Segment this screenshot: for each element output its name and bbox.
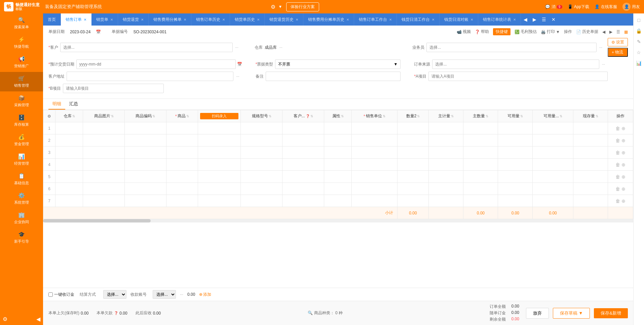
save-draft-btn[interactable]: 保存草稿 ▼ — [553, 308, 590, 319]
sidebar-item-purchase[interactable]: 📦 采购管理 — [0, 91, 43, 111]
cell-available-4[interactable] — [498, 159, 533, 171]
cell-qty2-6[interactable] — [397, 183, 429, 195]
sidebar-item-marketing[interactable]: 📢 营销推广 — [0, 52, 43, 72]
cell-qty2-3[interactable] — [397, 147, 429, 159]
sidebar-settings-icon[interactable]: ⚙ — [3, 316, 7, 322]
cell-image-3[interactable] — [83, 147, 125, 159]
cell-available-5[interactable] — [498, 171, 533, 183]
grid-view-icon[interactable]: ▦ — [624, 30, 628, 34]
online-service-btn[interactable]: 👤 在线客服 — [595, 4, 617, 10]
cell-available2-4[interactable] — [533, 159, 573, 171]
delete-row-7-btn[interactable]: 🗑 — [615, 198, 620, 204]
cell-warehouse-6[interactable] — [55, 183, 83, 195]
cell-image-6[interactable] — [83, 183, 125, 195]
cell-product-3[interactable] — [166, 147, 198, 159]
cell-spec-6[interactable] — [241, 183, 282, 195]
sidebar-collapse-icon[interactable]: ◀ — [36, 316, 40, 322]
available2-sort-icon[interactable]: ⇅ — [560, 114, 562, 118]
tab-sales-expense-close[interactable]: ✕ — [184, 18, 186, 22]
cell-warehouse-4[interactable] — [55, 159, 83, 171]
available-sort-icon[interactable]: ⇅ — [520, 114, 523, 118]
copy-row-3-btn[interactable]: ⊕ — [621, 150, 626, 155]
print-btn[interactable]: 🖨️ 打印 ▼ — [541, 29, 560, 35]
cell-qty2-1[interactable] — [397, 122, 429, 134]
tab-detail[interactable]: 明细 — [48, 99, 65, 110]
cell-stock-3[interactable] — [573, 147, 608, 159]
cell-unit-2[interactable] — [352, 134, 397, 147]
sidebar-item-guide[interactable]: 🎓 新手引导 — [0, 228, 43, 247]
customer-suffix[interactable]: ··· — [233, 45, 241, 49]
copy-row-2-btn[interactable]: ⊕ — [621, 138, 626, 143]
delete-row-2-btn[interactable]: 🗑 — [615, 138, 620, 143]
delete-row-4-btn[interactable]: 🗑 — [615, 162, 620, 167]
cell-scan-2[interactable] — [198, 134, 240, 147]
tab-workbench[interactable]: 销售订单工作台 ✕ — [354, 13, 397, 26]
tab-sales-history-close[interactable]: ✕ — [222, 18, 225, 22]
qty2-sort-icon[interactable]: ⇅ — [417, 114, 420, 118]
remark-input[interactable] — [266, 72, 401, 81]
cell-main-qty-1[interactable] — [463, 122, 498, 134]
tab-return-history[interactable]: 销货退货历史 ✕ — [265, 13, 303, 26]
stock-sort-icon[interactable]: ⇅ — [596, 114, 598, 118]
nav-prev-icon[interactable]: ◀ — [602, 30, 605, 34]
nav-next-icon[interactable]: ▶ — [609, 30, 612, 34]
cell-spec-4[interactable] — [241, 159, 282, 171]
tab-summary[interactable]: 汇总 — [65, 99, 82, 110]
footer-dots[interactable]: ··· — [180, 292, 183, 297]
cell-code-5[interactable] — [125, 171, 166, 183]
tab-workbench-close[interactable]: ✕ — [389, 18, 392, 22]
cell-available-6[interactable] — [498, 183, 533, 195]
cell-attr-3[interactable] — [324, 147, 352, 159]
settings-btn[interactable]: ⚙ 设置 — [608, 38, 628, 46]
cell-main-unit-5[interactable] — [429, 171, 463, 183]
cell-main-unit-7[interactable] — [429, 195, 463, 207]
delete-row-6-btn[interactable]: 🗑 — [615, 186, 620, 192]
discard-btn[interactable]: 放弃 — [526, 308, 549, 319]
invoice-type-select[interactable]: 不开票 ▼ — [275, 59, 401, 69]
user-btn[interactable]: 👤 用友 — [622, 3, 640, 11]
delete-row-5-btn[interactable]: 🗑 — [615, 174, 620, 179]
cell-stock-6[interactable] — [573, 183, 608, 195]
add-material-btn[interactable]: + 物流 — [608, 48, 628, 57]
tab-reconcile-close[interactable]: ✕ — [470, 18, 473, 22]
tab-stats[interactable]: 销售订单统计表 ✕ — [478, 13, 521, 26]
cell-warehouse-1[interactable] — [55, 122, 83, 134]
cell-main-unit-3[interactable] — [429, 147, 463, 159]
cell-customer-6[interactable] — [282, 183, 324, 195]
cell-product-1[interactable] — [166, 122, 198, 134]
tabs-next-btn[interactable]: ▶ — [530, 13, 539, 26]
list-view-icon[interactable]: ☰ — [616, 30, 620, 34]
quick-order-check[interactable] — [48, 292, 53, 297]
cell-customer-5[interactable] — [282, 171, 324, 183]
cell-image-2[interactable] — [83, 134, 125, 147]
tab-sales-expense[interactable]: 销售费用分摊单 ✕ — [149, 13, 191, 26]
tab-expense-history[interactable]: 销售费用分摊单历史 ✕ — [303, 13, 354, 26]
cell-main-unit-6[interactable] — [429, 183, 463, 195]
right-panel-icon-1[interactable]: □ — [636, 16, 641, 24]
app-download-btn[interactable]: 📱 App下载 — [568, 4, 589, 10]
cell-scan-4[interactable] — [198, 159, 240, 171]
order-source-input[interactable] — [432, 59, 599, 69]
cell-unit-7[interactable] — [352, 195, 397, 207]
copy-row-7-btn[interactable]: ⊕ — [621, 198, 626, 204]
cell-available2-7[interactable] — [533, 195, 573, 207]
product-sort-icon[interactable]: ⇅ — [186, 114, 189, 118]
cell-stock-1[interactable] — [573, 122, 608, 134]
cell-customer-4[interactable] — [282, 159, 324, 171]
cell-main-unit-4[interactable] — [429, 159, 463, 171]
message-btn[interactable]: 💬 消 9 — [545, 4, 562, 10]
sidebar-item-finance[interactable]: 💰 资金管理 — [0, 130, 43, 150]
cell-image-4[interactable] — [83, 159, 125, 171]
cell-available2-6[interactable] — [533, 183, 573, 195]
tab-return-history-close[interactable]: ✕ — [296, 18, 298, 22]
salesperson-suffix[interactable]: ··· — [597, 45, 605, 49]
sidebar-item-system[interactable]: ⚙️ 系统管理 — [0, 189, 43, 208]
cell-available-3[interactable] — [498, 147, 533, 159]
sidebar-item-quick[interactable]: ⚡ 快捷导航 — [0, 33, 43, 52]
cell-scan-1[interactable] — [198, 122, 240, 134]
image-sort-icon[interactable]: ⇅ — [111, 114, 114, 118]
customer-input[interactable] — [60, 43, 233, 52]
cell-available-7[interactable] — [498, 195, 533, 207]
tab-daily-clear[interactable]: 钱货日清工作台 ✕ — [397, 13, 440, 26]
cell-attr-7[interactable] — [324, 195, 352, 207]
